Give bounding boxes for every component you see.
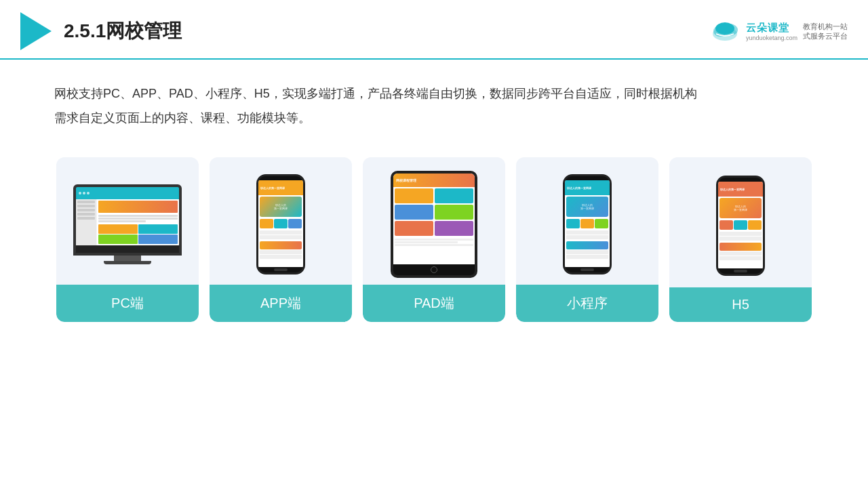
card-app: 职达人的第一堂网课 职达人的第一堂网课	[210, 157, 352, 322]
header-left: 2.5.1网校管理	[20, 12, 182, 50]
card-pad-image: 网校课程管理	[363, 157, 505, 285]
phone-device-h5-icon: 职达人的第一堂网课 职达人的第一堂网课	[716, 176, 765, 276]
card-miniapp-image: 职达人的第一堂网课 职达人的第一堂网课	[516, 157, 658, 285]
svg-point-3	[715, 22, 734, 35]
brand-name: 云朵课堂	[746, 22, 797, 35]
card-miniapp: 职达人的第一堂网课 职达人的第一堂网课	[516, 157, 658, 322]
page-title: 2.5.1网校管理	[64, 18, 182, 44]
phone-device-miniapp-icon: 职达人的第一堂网课 职达人的第一堂网课	[563, 174, 612, 274]
page-header: 2.5.1网校管理 云朵课堂 yunduoketang.com 教育机构一站式服…	[0, 0, 868, 60]
pc-device-icon	[73, 184, 182, 264]
header-right: 云朵课堂 yunduoketang.com 教育机构一站式服务云平台	[708, 19, 848, 43]
card-pad: 网校课程管理	[363, 157, 505, 322]
brand-tagline: 教育机构一站式服务云平台	[803, 22, 848, 41]
card-app-label: APP端	[210, 285, 352, 322]
logo-triangle-icon	[20, 12, 52, 50]
card-pc: PC端	[56, 157, 199, 322]
tablet-device-icon: 网校课程管理	[391, 171, 477, 278]
brand-text-block: 云朵课堂 yunduoketang.com	[746, 22, 797, 41]
cloud-icon	[708, 19, 742, 43]
card-pad-label: PAD端	[363, 285, 505, 322]
card-pc-label: PC端	[56, 285, 199, 322]
brand-logo: 云朵课堂 yunduoketang.com 教育机构一站式服务云平台	[708, 19, 848, 43]
cards-container: PC端 职达人的第一堂网课 职达人的第一堂网课	[0, 144, 868, 342]
card-h5-label: H5	[669, 287, 812, 322]
card-h5: 职达人的第一堂网课 职达人的第一堂网课	[669, 157, 812, 322]
brand-url: yunduoketang.com	[746, 35, 797, 41]
card-miniapp-label: 小程序	[516, 285, 658, 322]
card-pc-image	[56, 157, 199, 285]
card-app-image: 职达人的第一堂网课 职达人的第一堂网课	[210, 157, 352, 285]
description-text: 网校支持PC、APP、PAD、小程序、H5，实现多端打通，产品各终端自由切换，数…	[0, 60, 868, 144]
phone-device-app-icon: 职达人的第一堂网课 职达人的第一堂网课	[256, 174, 305, 274]
card-h5-image: 职达人的第一堂网课 职达人的第一堂网课	[669, 157, 812, 287]
